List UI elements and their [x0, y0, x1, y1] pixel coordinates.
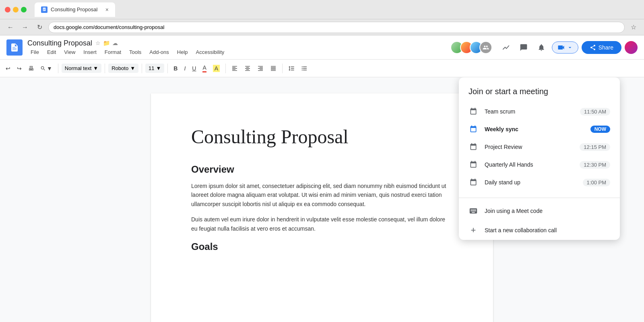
meet-panel-divider: [459, 198, 620, 198]
meet-event-name-weekly-sync: Weekly sync: [485, 126, 584, 132]
menu-file[interactable]: File: [27, 48, 42, 56]
main-content: Consulting Proposal Overview Lorem ipsum…: [0, 77, 644, 322]
overview-heading: Overview: [191, 164, 453, 175]
meet-panel-title: Join or start a meeting: [459, 77, 620, 103]
align-center-button[interactable]: [242, 64, 253, 73]
docs-favicon: [41, 6, 47, 13]
font-size-select[interactable]: 11 ▼: [145, 64, 164, 73]
meet-event-name-project-review: Project Review: [485, 144, 573, 150]
star-icon[interactable]: ☆: [95, 40, 101, 46]
meet-event-weekly-sync[interactable]: Weekly sync NOW: [459, 120, 620, 138]
align-right-button[interactable]: [255, 64, 266, 73]
comments-button[interactable]: [516, 40, 531, 55]
menu-addons[interactable]: Add-ons: [146, 48, 172, 56]
text-style-select[interactable]: Normal text ▼: [62, 64, 101, 73]
svg-rect-3: [43, 10, 45, 10]
divider-1: [58, 64, 58, 73]
header-right: Share: [450, 40, 638, 55]
traffic-lights: [5, 7, 27, 12]
text-color-button[interactable]: A: [200, 63, 208, 74]
doc-title-icons: ☆ 📁 ☁: [95, 40, 118, 46]
menu-view[interactable]: View: [61, 48, 78, 56]
meet-event-name-team-scrum: Team scrum: [485, 108, 574, 115]
calendar-icon-project-review: [469, 142, 478, 152]
redo-button[interactable]: ↪: [14, 64, 24, 73]
meet-event-quarterly[interactable]: Quarterly All Hands 12:30 PM: [459, 156, 620, 173]
calendar-icon-quarterly: [469, 160, 478, 169]
calendar-icon-team-scrum: [469, 107, 478, 116]
user-avatar[interactable]: [625, 41, 638, 54]
reload-button[interactable]: ↻: [34, 22, 45, 33]
tab-title: Consulting Proposal: [51, 6, 97, 12]
meet-button[interactable]: [552, 41, 578, 54]
tab-close-button[interactable]: ×: [105, 6, 109, 13]
divider-4: [167, 64, 168, 73]
svg-rect-2: [43, 9, 45, 10]
browser-tab[interactable]: Consulting Proposal ×: [35, 2, 115, 17]
menu-help[interactable]: Help: [174, 48, 191, 56]
meet-event-time-team-scrum: 11:50 AM: [580, 108, 610, 116]
notifications-button[interactable]: [534, 40, 549, 55]
minimize-window-button[interactable]: [13, 7, 19, 12]
meet-event-daily-standup[interactable]: Daily stand up 1:00 PM: [459, 173, 620, 191]
plus-icon: +: [469, 225, 478, 235]
overview-paragraph-2: Duis autem vel eum iriure dolor in hendr…: [191, 215, 453, 233]
menu-bar: File Edit View Insert Format Tools Add-o…: [27, 48, 450, 56]
menu-accessibility[interactable]: Accessibility: [193, 48, 228, 56]
meet-event-time-quarterly: 12:30 PM: [580, 161, 610, 169]
goals-heading: Goals: [191, 241, 453, 252]
italic-button[interactable]: I: [182, 64, 188, 73]
join-code-label: Join using a Meet code: [485, 208, 543, 214]
print-button[interactable]: 🖶: [26, 64, 36, 73]
menu-insert[interactable]: Insert: [80, 48, 100, 56]
divider-6: [282, 64, 283, 73]
highlight-button[interactable]: A: [211, 63, 222, 74]
new-call-label: Start a new collaboration call: [485, 227, 557, 233]
line-spacing-button[interactable]: [286, 64, 297, 73]
divider-5: [225, 64, 226, 73]
menu-format[interactable]: Format: [101, 48, 124, 56]
docs-app-icon: [6, 39, 23, 56]
meet-event-name-quarterly: Quarterly All Hands: [485, 161, 573, 168]
folder-icon[interactable]: 📁: [103, 40, 110, 46]
doc-main-title: Consulting Proposal: [191, 126, 453, 148]
align-left-button[interactable]: [229, 64, 240, 73]
bold-button[interactable]: B: [171, 64, 180, 73]
meet-event-team-scrum[interactable]: Team scrum 11:50 AM: [459, 103, 620, 120]
collaborator-avatar-more: [479, 41, 492, 54]
back-button[interactable]: ←: [5, 22, 16, 33]
maximize-window-button[interactable]: [21, 7, 27, 12]
cloud-icon[interactable]: ☁: [112, 40, 118, 46]
meet-action-join-code[interactable]: Join using a Meet code: [459, 201, 620, 221]
nav-bar: ← → ↻ ☆: [0, 19, 644, 35]
svg-rect-0: [43, 8, 46, 11]
calendar-icon-weekly-sync: [469, 124, 478, 134]
share-button[interactable]: Share: [582, 41, 621, 54]
meet-event-project-review[interactable]: Project Review 12:15 PM: [459, 138, 620, 156]
keyboard-icon: [469, 206, 478, 216]
undo-button[interactable]: ↩: [3, 64, 13, 73]
font-select[interactable]: Roboto ▼: [108, 64, 138, 73]
underline-button[interactable]: U: [190, 64, 198, 73]
meet-event-name-daily-standup: Daily stand up: [485, 179, 576, 186]
activity-button[interactable]: [499, 40, 513, 55]
align-justify-button[interactable]: [268, 64, 279, 73]
list-button[interactable]: [299, 64, 310, 73]
forward-button[interactable]: →: [19, 22, 31, 33]
menu-tools[interactable]: Tools: [126, 48, 144, 56]
meet-event-time-project-review: 12:15 PM: [580, 143, 610, 151]
tab-bar: Consulting Proposal ×: [35, 2, 639, 17]
app: Consulting Proposal ☆ 📁 ☁ File Edit View…: [0, 35, 644, 322]
bookmark-button[interactable]: ☆: [628, 22, 639, 33]
close-window-button[interactable]: [5, 7, 10, 12]
address-bar[interactable]: [48, 22, 625, 33]
doc-title-text[interactable]: Consulting Proposal: [27, 39, 92, 47]
calendar-icon-daily-standup: [469, 178, 478, 187]
now-badge-weekly-sync: NOW: [590, 126, 610, 133]
doc-title-row: Consulting Proposal ☆ 📁 ☁: [27, 39, 450, 47]
menu-edit[interactable]: Edit: [44, 48, 59, 56]
document-page: Consulting Proposal Overview Lorem ipsum…: [151, 93, 493, 322]
meet-action-new-call[interactable]: + Start a new collaboration call: [459, 221, 620, 240]
zoom-button[interactable]: ▼: [38, 64, 55, 73]
meet-event-time-daily-standup: 1:00 PM: [583, 179, 610, 186]
